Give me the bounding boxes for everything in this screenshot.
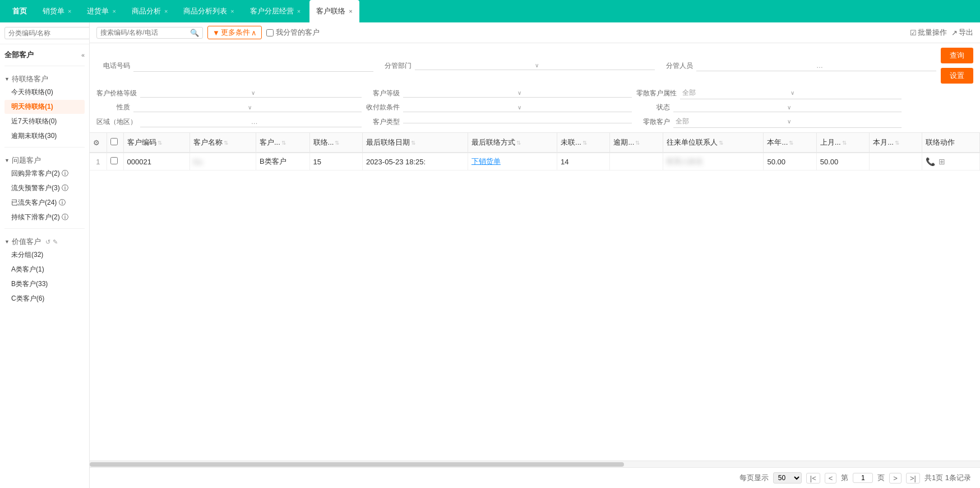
advanced-filter-panel: 电话号码 分管部门 ∨ 分管人员 … — [90, 43, 980, 133]
sort-type-icon[interactable]: ⇅ — [281, 140, 286, 146]
nav-home[interactable]: 首页 — [6, 0, 34, 22]
sidebar-item-today[interactable]: 今天待联络(0) — [4, 85, 85, 99]
query-btn[interactable]: 查询 — [941, 48, 973, 63]
nav-customer-tier[interactable]: 客户分层经营 × — [243, 0, 307, 22]
horizontal-scrollbar[interactable] — [90, 461, 980, 467]
query-buttons: 查询 设置 — [941, 48, 973, 84]
value-customers-label[interactable]: 价值客户 ↺ ✎ — [4, 234, 85, 248]
th-contact: 联络...⇅ — [309, 133, 362, 153]
sidebar-search-input[interactable] — [4, 27, 90, 39]
sidebar-item-tomorrow[interactable]: 明天待联络(1) — [4, 100, 85, 114]
nav-customer-contact[interactable]: 客户联络 × — [309, 0, 359, 22]
my-customers-checkbox[interactable] — [266, 29, 274, 36]
problem-customers-label[interactable]: 问题客户 — [4, 153, 85, 167]
close-sales-icon[interactable]: × — [68, 8, 71, 15]
search-input[interactable] — [100, 29, 190, 36]
filter-bar: 🔍 ▼ 更多条件 ∧ 我分管的客户 ☑ 批量操作 ↗ 导出 — [90, 22, 980, 43]
table-footer: 每页显示 50 100 200 |< < 第 页 > >| 共1页 1条记录 — [90, 467, 980, 488]
page-size-select[interactable]: 50 100 200 — [773, 472, 802, 484]
sort-date-icon[interactable]: ⇅ — [411, 140, 415, 146]
sort-contact-icon[interactable]: ⇅ — [335, 140, 339, 146]
pending-contact-label[interactable]: 待联络客户 — [4, 72, 85, 85]
page-number-input[interactable] — [853, 473, 873, 483]
nav-analysis[interactable]: 商品分析 × — [125, 0, 174, 22]
call-icon[interactable]: 📞 — [926, 157, 935, 166]
customer-grade-label: 客户等级 — [366, 89, 400, 98]
payment-select[interactable]: ∨ — [403, 103, 631, 112]
customer-grade-select[interactable]: ∨ — [403, 89, 631, 98]
nature-select[interactable]: ∨ — [133, 103, 362, 112]
close-customer-contact-icon[interactable]: × — [349, 8, 352, 15]
grid-icon[interactable]: ⊞ — [939, 157, 945, 166]
refresh-icon[interactable]: ↺ — [45, 238, 50, 246]
sidebar-item-repurchase-abnormal[interactable]: 回购异常客户(2) ⓘ — [4, 167, 85, 181]
nav-sales[interactable]: 销货单 × — [36, 0, 78, 22]
sidebar-item-week[interactable]: 近7天待联络(0) — [4, 114, 85, 128]
person-more-icon[interactable]: … — [814, 62, 934, 70]
sort-method-icon[interactable]: ⇅ — [516, 140, 521, 146]
last-method-link[interactable]: 下销货单 — [471, 157, 501, 165]
sidebar-item-class-c[interactable]: C类客户(6) — [4, 292, 85, 306]
gear-icon[interactable]: ⚙ — [93, 139, 100, 147]
sort-year-icon[interactable]: ⇅ — [789, 140, 793, 146]
filter-row-2: 客户价格等级 ∨ 客户等级 ∨ 零散客户属性 全部 — [96, 87, 973, 99]
select-all-checkbox[interactable] — [110, 138, 118, 145]
filter-row-4: 区域（地区） … 客户类型 零散客户 全部 ∨ — [96, 116, 973, 128]
last-page-btn[interactable]: >| — [906, 473, 920, 484]
customer-grade-chevron-icon: ∨ — [517, 90, 630, 96]
nav-purchase[interactable]: 进货单 × — [80, 0, 122, 22]
filter-icon: ▼ — [212, 29, 220, 37]
row-this-month — [870, 153, 922, 171]
action-icons-wrap: 📞 ⊞ — [926, 157, 976, 166]
prev-page-btn[interactable]: < — [825, 473, 837, 484]
sidebar-item-churned[interactable]: 已流失客户(24) ⓘ — [4, 196, 85, 210]
sidebar-item-declining[interactable]: 持续下滑客户(2) ⓘ — [4, 210, 85, 224]
sidebar-item-overdue[interactable]: 逾期未联络(30) — [4, 129, 85, 143]
sort-uncontacted-icon[interactable]: ⇅ — [583, 140, 587, 146]
sort-overdue-icon[interactable]: ⇅ — [635, 140, 640, 146]
scroll-thumb[interactable] — [90, 462, 624, 467]
bulk-ops-btn[interactable]: ☑ 批量操作 — [910, 27, 947, 38]
sort-name-icon[interactable]: ⇅ — [224, 140, 228, 146]
close-analysis-list-icon[interactable]: × — [230, 8, 234, 15]
next-page-btn[interactable]: > — [889, 473, 902, 484]
close-customer-tier-icon[interactable]: × — [297, 8, 301, 15]
retail-attr-label: 零散客户属性 — [636, 89, 677, 98]
region-more-icon[interactable]: … — [249, 118, 360, 126]
row-uncontacted: 14 — [557, 153, 610, 171]
close-purchase-icon[interactable]: × — [112, 8, 115, 15]
nav-analysis-list[interactable]: 商品分析列表 × — [177, 0, 241, 22]
sort-last-month-icon[interactable]: ⇅ — [842, 140, 847, 146]
person-select[interactable]: … — [696, 61, 936, 71]
sidebar-item-ungrouped[interactable]: 未分组(32) — [4, 248, 85, 262]
divider-3 — [4, 228, 85, 229]
sort-this-month-icon[interactable]: ⇅ — [895, 140, 899, 146]
more-conditions-btn[interactable]: ▼ 更多条件 ∧ — [207, 26, 262, 39]
th-gear[interactable]: ⚙ — [90, 133, 107, 153]
edit-icon[interactable]: ✎ — [53, 238, 58, 246]
retail-customer-select[interactable]: 全部 ∨ — [673, 116, 902, 128]
retail-customer-chevron-icon: ∨ — [787, 118, 899, 125]
sort-code-icon[interactable]: ⇅ — [158, 140, 162, 146]
sidebar-item-churn-warning[interactable]: 流失预警客户(3) ⓘ — [4, 181, 85, 195]
region-select[interactable]: … — [140, 117, 362, 127]
customer-type-select[interactable] — [403, 121, 631, 123]
dept-select[interactable]: ∨ — [415, 61, 655, 70]
first-page-btn[interactable]: |< — [806, 473, 820, 484]
row-select-checkbox[interactable] — [110, 157, 118, 164]
status-select[interactable]: ∨ — [673, 103, 902, 112]
price-grade-select[interactable]: ∨ — [140, 89, 362, 98]
payment-field: 收付款条件 ∨ — [366, 103, 631, 112]
sort-unit-icon[interactable]: ⇅ — [719, 140, 723, 146]
sidebar-item-class-a[interactable]: A类客户(1) — [4, 263, 85, 277]
settings-btn[interactable]: 设置 — [941, 68, 973, 84]
all-customers-title[interactable]: 全部客户 « — [4, 48, 85, 62]
sidebar-item-class-b[interactable]: B类客户(33) — [4, 277, 85, 291]
search-icon[interactable]: 🔍 — [190, 29, 199, 37]
retail-customer-field: 零散客户 全部 ∨ — [636, 116, 902, 128]
retail-attr-select[interactable]: 全部 ∨ — [680, 87, 902, 99]
dept-label: 分管部门 — [378, 61, 412, 71]
phone-input[interactable] — [133, 60, 373, 72]
export-btn[interactable]: ↗ 导出 — [951, 27, 973, 38]
close-analysis-icon[interactable]: × — [164, 8, 168, 15]
